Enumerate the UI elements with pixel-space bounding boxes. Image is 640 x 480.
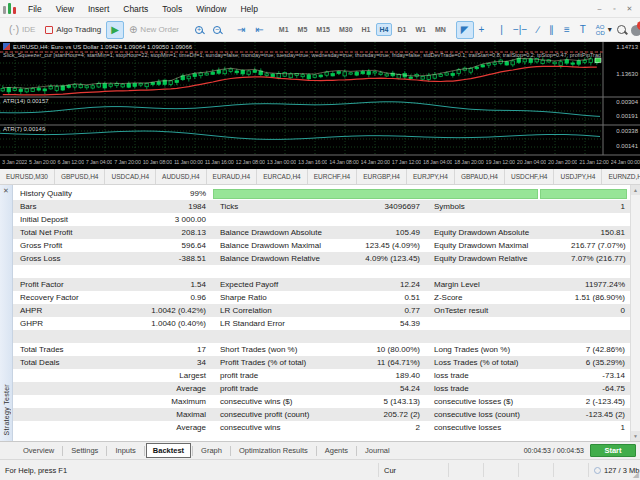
metaeditor-ide-button[interactable]: (·) IDE (4, 21, 40, 39)
stat-label (13, 382, 151, 395)
price-axis-label: 1.13630 (616, 71, 638, 77)
menu-item-charts[interactable]: Charts (116, 2, 155, 16)
tab-separator (144, 446, 145, 456)
tester-tab-backtest[interactable]: Backtest (146, 443, 191, 458)
cursor-tool-button[interactable]: ◤ (456, 21, 474, 39)
tester-row[interactable]: Maximalconsecutive profit (count)205.72 … (13, 408, 630, 421)
timeframe-button-mn[interactable]: MN (431, 23, 450, 36)
notifications-button[interactable]: 1 (631, 23, 640, 36)
timeframe-button-d1[interactable]: D1 (393, 23, 410, 36)
menu-item-tools[interactable]: Tools (155, 2, 189, 16)
new-order-button[interactable]: ⊕ New Order (124, 21, 184, 39)
trendline-tool-button[interactable]: ∕ (532, 21, 544, 39)
timeframe-button-h1[interactable]: H1 (358, 23, 375, 36)
tab-separator (192, 446, 193, 456)
close-button[interactable]: ✕ (623, 3, 636, 14)
fibonacci-tool-button[interactable]: ≡ (559, 21, 575, 39)
stat-label: Profit Factor (13, 278, 151, 291)
chart-tab-audusd-h4[interactable]: AUDUSD,H4 (156, 169, 207, 184)
resize-grip[interactable]: ◢ (633, 470, 639, 479)
tester-row[interactable]: Gross Profit596.64Balance Drawdown Maxim… (13, 239, 630, 252)
tester-row[interactable]: GHPR1.0040 (0.40%)LR Standard Error54.39 (13, 317, 630, 330)
stat-value (571, 330, 630, 343)
chart-tab-euraud-h4[interactable]: EURAUD,H4 (207, 169, 258, 184)
tester-row[interactable] (13, 330, 630, 343)
tester-row[interactable]: Averageprofit trade54.24loss trade-64.75 (13, 382, 630, 395)
tester-tab-inputs[interactable]: Inputs (108, 443, 142, 458)
tester-row[interactable]: Total Deals34Profit Trades (% of total)1… (13, 356, 630, 369)
scroll-down-icon[interactable]: ▼ (631, 431, 640, 441)
tester-row[interactable]: Total Net Profit208.13Balance Drawdown A… (13, 226, 630, 239)
chart-tab-eurgbp-h4[interactable]: EURGBP,H4 (357, 169, 407, 184)
tester-tab-graph[interactable]: Graph (194, 443, 229, 458)
tester-row[interactable]: Initial Deposit3 000.00 (13, 213, 630, 226)
chart-tab-eurchf-h4[interactable]: EURCHF,H4 (308, 169, 357, 184)
chart-tab-usdchf-h4[interactable]: USDCHF,H4 (505, 169, 554, 184)
toolbar: (·) IDE Algo Trading ▶ ⊕ New Order + − ⇥… (0, 18, 640, 42)
scroll-up-icon[interactable]: ▲ (631, 185, 640, 195)
tester-row[interactable]: Largestprofit trade189.40loss trade-73.1… (13, 369, 630, 382)
chart-tab-eurnzd-h4[interactable]: EURNZD,H4 (602, 169, 640, 184)
time-axis-label: 7 Jan 20:00 (114, 159, 141, 165)
tester-row[interactable] (13, 265, 630, 278)
timeframe-button-m5[interactable]: M5 (294, 23, 312, 36)
tester-row[interactable]: History Quality99% (13, 187, 630, 200)
algo-play-toggle[interactable]: ▶ (106, 21, 124, 39)
chart-tab-eurjpy-h4[interactable]: EURJPY,H4 (407, 169, 455, 184)
shift-back-button[interactable]: ⇤ (250, 21, 268, 39)
algo-trading-button[interactable]: Algo Trading (40, 21, 106, 39)
timeframe-button-h4[interactable]: H4 (376, 23, 393, 36)
stat-label (13, 330, 151, 343)
zoom-in-button[interactable]: + (190, 21, 208, 39)
tester-row[interactable]: Maximumconsecutive wins ($)5 (143.13)con… (13, 395, 630, 408)
tester-tab-settings[interactable]: Settings (64, 443, 105, 458)
timeframe-button-m30[interactable]: M30 (335, 23, 357, 36)
channel-tool-button[interactable]: ∥ (544, 21, 559, 39)
stat-value: 6 (35.29%) (571, 356, 630, 369)
tester-row[interactable]: Recovery Factor0.96Sharpe Ratio0.51Z-Sco… (13, 291, 630, 304)
backtest-results-table: History Quality99%Bars1984Ticks34096697S… (13, 185, 630, 441)
menu-item-window[interactable]: Window (189, 2, 233, 16)
stat-label: Expected Payoff (211, 278, 357, 291)
chart-tab-gbpusd-h4[interactable]: GBPUSD,H4 (55, 169, 106, 184)
results-scrollbar[interactable]: ▲ ▼ (630, 185, 640, 441)
tester-tab-agents[interactable]: Agents (318, 443, 355, 458)
tester-panel-label: Strategy Tester (3, 384, 10, 435)
tester-row[interactable]: Averageconsecutive wins2consecutive loss… (13, 421, 630, 434)
chart-tab-eurcad-h4[interactable]: EURCAD,H4 (257, 169, 308, 184)
menu-item-help[interactable]: Help (233, 2, 264, 16)
tester-row[interactable]: Total Trades17Short Trades (won %)10 (80… (13, 343, 630, 356)
tester-row[interactable]: Profit Factor1.54Expected Payoff12.24Mar… (13, 278, 630, 291)
timeframe-button-m15[interactable]: M15 (312, 23, 334, 36)
search-icon[interactable] (617, 25, 626, 34)
tester-row[interactable]: AHPR1.0042 (0.42%)LR Correlation0.77OnTe… (13, 304, 630, 317)
tester-tab-overview[interactable]: Overview (16, 443, 61, 458)
timeframe-button-m1[interactable]: M1 (275, 23, 293, 36)
chart-area[interactable]: EURUSD,H4: Euro vs US Dollar 1.09424 1.0… (0, 42, 640, 169)
shift-end-button[interactable]: ⇥ (232, 21, 250, 39)
text-tool-button[interactable]: T (575, 21, 591, 39)
stat-label (13, 408, 151, 421)
start-button[interactable]: Start (590, 444, 636, 457)
chart-tab-usdjpy-h4[interactable]: USDJPY,H4 (554, 169, 602, 184)
chart-tab-eurusd-m30[interactable]: EURUSD,M30 (0, 169, 55, 184)
tester-tab-journal[interactable]: Journal (358, 443, 397, 458)
text-icon: T (580, 25, 586, 35)
restore-button[interactable]: ▫ (608, 3, 621, 14)
panel-close-icon[interactable]: ✕ (3, 185, 9, 195)
horizontal-line-tool-button[interactable]: −|− (508, 21, 532, 39)
menu-item-file[interactable]: File (21, 2, 49, 16)
crosshair-tool-button[interactable]: + (474, 21, 490, 39)
chart-tab-gbpaud-h4[interactable]: GBPAUD,H4 (455, 169, 505, 184)
vertical-line-tool-button[interactable]: | (495, 21, 508, 39)
menu-item-view[interactable]: View (49, 2, 81, 16)
timeframe-button-w1[interactable]: W1 (411, 23, 430, 36)
zoom-out-button[interactable]: − (208, 21, 226, 39)
minimize-button[interactable]: – (593, 3, 606, 14)
tester-row[interactable]: Bars1984Ticks34096697Symbols1 (13, 200, 630, 213)
menu-item-insert[interactable]: Insert (81, 2, 116, 16)
tester-row[interactable]: Gross Loss-388.51Balance Drawdown Relati… (13, 252, 630, 265)
objects-tool-button[interactable]: AOOD ▾ (591, 21, 617, 39)
chart-tab-usdcad-h4[interactable]: USDCAD,H4 (105, 169, 156, 184)
tester-tab-optimization-results[interactable]: Optimization Results (232, 443, 315, 458)
